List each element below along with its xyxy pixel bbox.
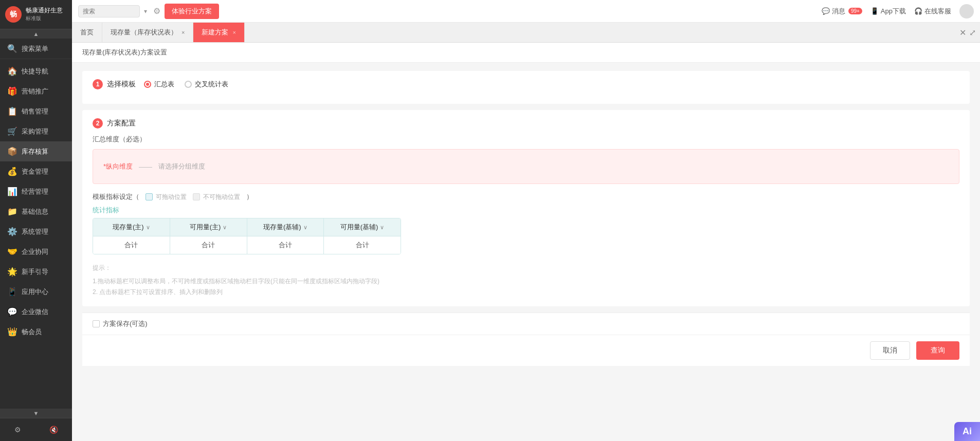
trial-btn[interactable]: 体验行业方案 — [165, 4, 219, 19]
cancel-button[interactable]: 取消 — [870, 341, 910, 360]
tab-bar-close-icon[interactable]: ✕ — [959, 28, 966, 38]
stats-cell-1: 合计 — [170, 236, 247, 254]
sidebar-item-wechat[interactable]: 💬 企业微信 — [0, 302, 72, 322]
sidebar-item-inventory[interactable]: 📦 库存核算 — [0, 141, 72, 161]
dimension-required-label: *纵向维度 — [103, 162, 133, 171]
topbar-gear-icon[interactable]: ⚙ — [153, 6, 160, 16]
sidebar-item-marketing[interactable]: 🎁 营销推广 — [0, 81, 72, 101]
sidebar-item-quick-nav[interactable]: 🏠 快捷导航 — [0, 61, 72, 81]
topbar-message[interactable]: 💬 消息 99+ — [822, 7, 862, 16]
step2-number: 2 — [93, 118, 103, 128]
dimension-hint: 请选择分组维度 — [158, 162, 205, 171]
sidebar: 畅 畅康通好生意 标准版 ▲ 🔍 搜索菜单 🏠 快捷导航 🎁 营销推广 📋 销售… — [0, 0, 72, 441]
sidebar-scroll-down[interactable]: ▼ — [0, 409, 72, 418]
tab-close-new-scheme-icon[interactable]: × — [232, 29, 235, 35]
sidebar-search[interactable]: 🔍 搜索菜单 — [0, 39, 72, 59]
col-2-chevron-icon[interactable]: ∨ — [303, 224, 307, 231]
tab-bar-expand-icon[interactable]: ⤢ — [969, 28, 976, 38]
save-checkbox-box[interactable] — [93, 320, 100, 327]
sidebar-item-cooperation[interactable]: 🤝 企业协同 — [0, 242, 72, 262]
col-0-chevron-icon[interactable]: ∨ — [146, 224, 150, 231]
tab-bar: 首页 现存量（库存状况表） × 新建方案 × ✕ ⤢ — [72, 23, 980, 43]
logo-text: 畅康通好生意 标准版 — [26, 7, 63, 22]
step1-number: 1 — [93, 79, 103, 89]
dimension-area[interactable]: *纵向维度 —— 请选择分组维度 — [93, 149, 959, 184]
stats-table-row-0: 合计 合计 合计 合计 — [93, 236, 401, 254]
sidebar-item-purchase[interactable]: 🛒 采购管理 — [0, 121, 72, 141]
handshake-icon: 🤝 — [7, 247, 17, 256]
sidebar-item-finance[interactable]: 💰 资金管理 — [0, 161, 72, 181]
money-icon: 💰 — [7, 167, 17, 176]
stats-col-3[interactable]: 可用量(基辅) ∨ — [324, 218, 401, 236]
sidebar-scroll-up[interactable]: ▲ — [0, 29, 72, 39]
tab-inventory-status[interactable]: 现存量（库存状况表） × — [102, 23, 193, 42]
tab-close-inventory-icon[interactable]: × — [182, 29, 185, 35]
step2-label: 方案配置 — [107, 119, 136, 128]
sidebar-item-newbie[interactable]: 🌟 新手引导 — [0, 262, 72, 282]
ai-badge[interactable]: Ai — [954, 422, 980, 441]
hint-2: 2. 点击标题栏下拉可设置排序、插入列和删除列 — [93, 287, 959, 298]
save-checkbox[interactable]: 方案保存(可选) — [93, 319, 148, 328]
cart-icon: 🛒 — [7, 126, 17, 136]
topbar-chevron-icon[interactable]: ▾ — [144, 8, 147, 15]
topbar-app-download[interactable]: 📱 App下载 — [870, 7, 906, 16]
page-header-title: 现存量(库存状况表)方案设置 — [72, 43, 980, 63]
radio-cross[interactable]: 交叉统计表 — [185, 80, 228, 89]
folder-icon: 📁 — [7, 207, 17, 216]
message-badge: 99+ — [848, 8, 862, 14]
col-3-chevron-icon[interactable]: ∨ — [380, 224, 384, 231]
stats-cell-3: 合计 — [324, 236, 401, 254]
search-icon: 🔍 — [7, 44, 17, 53]
tab-home[interactable]: 首页 — [72, 23, 102, 42]
main-area: ▾ ⚙ 体验行业方案 💬 消息 99+ 📱 App下载 🎧 在线客服 首页 — [72, 0, 980, 441]
hint-1: 1.拖动标题栏可以调整布局，不可跨维度或指标区域拖动栏目字段(只能在同一维度或指… — [93, 276, 959, 287]
sidebar-nav: 🏠 快捷导航 🎁 营销推广 📋 销售管理 🛒 采购管理 📦 库存核算 💰 资金管… — [0, 59, 72, 409]
topbar-search-input[interactable] — [78, 5, 140, 17]
crown-icon: 👑 — [7, 327, 17, 337]
legend-fixed: 不可拖动位置 — [193, 193, 240, 201]
sidebar-item-base-info[interactable]: 📁 基础信息 — [0, 201, 72, 222]
clipboard-icon: 📋 — [7, 106, 17, 116]
radio-summary[interactable]: 汇总表 — [144, 80, 174, 89]
radio-cross-circle — [185, 81, 192, 88]
stats-table-header: 现存量(主) ∨ 可用量(主) ∨ 现存量(基辅) ∨ 可用量(基辅) — [93, 218, 401, 236]
user-avatar[interactable] — [959, 4, 974, 19]
gift-icon: 🎁 — [7, 86, 17, 96]
sidebar-settings-btn[interactable]: ⚙ — [9, 422, 26, 437]
stats-col-0[interactable]: 现存量(主) ∨ — [93, 218, 170, 236]
stats-col-1[interactable]: 可用量(主) ∨ — [170, 218, 247, 236]
home-icon: 🏠 — [7, 66, 17, 76]
col-1-chevron-icon[interactable]: ∨ — [223, 224, 227, 231]
stats-table: 现存量(主) ∨ 可用量(主) ∨ 现存量(基辅) ∨ 可用量(基辅) — [93, 218, 401, 254]
topbar-right: 💬 消息 99+ 📱 App下载 🎧 在线客服 — [822, 4, 974, 19]
chat-icon: 💬 — [7, 307, 17, 317]
tab-new-scheme[interactable]: 新建方案 × — [193, 23, 244, 42]
sidebar-item-system[interactable]: ⚙️ 系统管理 — [0, 222, 72, 242]
topbar: ▾ ⚙ 体验行业方案 💬 消息 99+ 📱 App下载 🎧 在线客服 — [72, 0, 980, 23]
step2-panel: 2 方案配置 汇总维度（必选） *纵向维度 —— 请选择分组维度 模板指标设定（… — [82, 110, 970, 306]
sidebar-item-member[interactable]: 👑 畅会员 — [0, 322, 72, 342]
hints-area: 提示： 1.拖动标题栏可以调整布局，不可跨维度或指标区域拖动栏目字段(只能在同一… — [93, 263, 959, 298]
stats-cell-0: 合计 — [93, 236, 170, 254]
box-icon: 📦 — [7, 146, 17, 156]
logo-icon: 畅 — [5, 6, 22, 23]
sidebar-sound-btn[interactable]: 🔇 — [44, 422, 63, 437]
query-button[interactable]: 查询 — [916, 341, 959, 360]
sidebar-item-app-center[interactable]: 📱 应用中心 — [0, 282, 72, 302]
star-icon: 🌟 — [7, 267, 17, 277]
fixed-legend-box — [193, 193, 200, 200]
chart-icon: 📊 — [7, 187, 17, 196]
stats-section-label: 统计指标 — [93, 206, 959, 215]
sidebar-item-operations[interactable]: 📊 经营管理 — [0, 181, 72, 201]
phone-icon: 📱 — [7, 287, 17, 297]
content-area: 1 选择模板 汇总表 交叉统计表 2 方案配置 — [72, 63, 980, 441]
dimension-dash: —— — [139, 163, 152, 171]
step1-panel: 1 选择模板 汇总表 交叉统计表 — [82, 71, 970, 104]
indicators-label-row: 模板指标设定（ 可拖动位置 不可拖动位置 ） — [93, 192, 959, 201]
stats-col-2[interactable]: 现存量(基辅) ∨ — [247, 218, 324, 236]
sidebar-item-sales[interactable]: 📋 销售管理 — [0, 101, 72, 121]
topbar-online-service[interactable]: 🎧 在线客服 — [914, 7, 951, 16]
footer-actions: 取消 查询 — [82, 335, 970, 366]
settings-icon: ⚙️ — [7, 227, 17, 236]
app-logo: 畅 畅康通好生意 标准版 — [0, 0, 72, 29]
